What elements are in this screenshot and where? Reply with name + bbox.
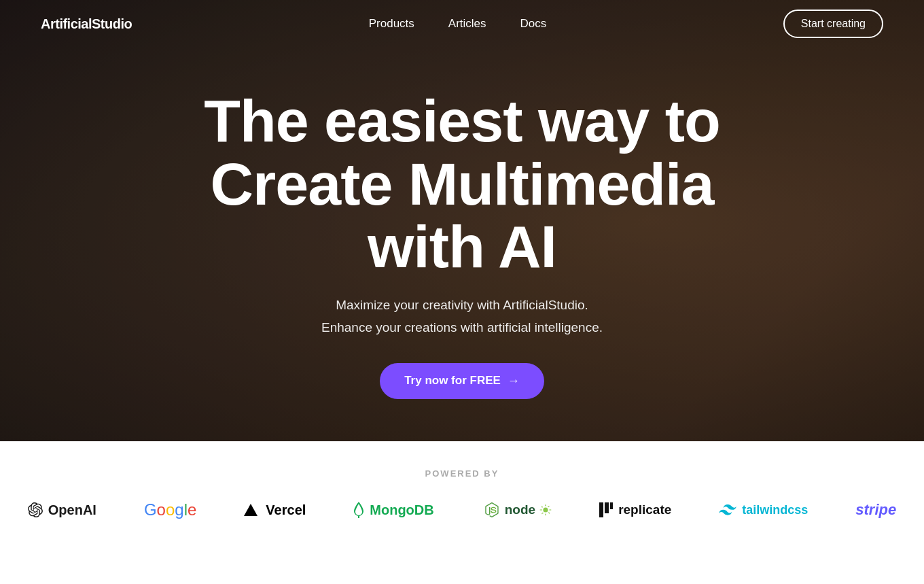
powered-by-section: POWERED BY OpenAI Google Vercel MongoDB (0, 441, 924, 560)
logo-tailwindcss: tailwindcss (719, 503, 808, 517)
nav-link-articles[interactable]: Articles (448, 17, 486, 31)
powered-by-label: POWERED BY (425, 468, 499, 479)
hero-subtitle-line1: Maximize your creativity with Artificial… (336, 298, 588, 312)
logo-stripe: stripe (855, 501, 896, 519)
hero-title: The easiest way to Create Multimedia wit… (204, 90, 720, 278)
bottom-area (0, 560, 924, 584)
replicate-label: replicate (618, 502, 671, 517)
nav-link-products[interactable]: Products (369, 17, 414, 31)
stripe-label: stripe (855, 501, 896, 519)
replicate-icon (599, 502, 613, 517)
svg-rect-2 (605, 502, 609, 513)
hero-section: The easiest way to Create Multimedia wit… (0, 0, 924, 441)
nodejs-label: node (505, 502, 535, 517)
mongodb-label: MongoDB (370, 502, 433, 518)
nodejs-gear-icon (539, 504, 552, 516)
hero-title-line2: Create Multimedia (211, 150, 714, 218)
start-creating-button[interactable]: Start creating (783, 10, 883, 38)
google-label: Google (144, 500, 196, 519)
navbar: ArtificialStudio Products Articles Docs … (0, 0, 924, 48)
hero-cta-arrow-icon: → (508, 374, 520, 388)
openai-label: OpenAI (48, 502, 96, 518)
tailwind-label: tailwindcss (742, 503, 808, 517)
svg-rect-3 (610, 502, 613, 509)
logo-nodejs: node (482, 502, 552, 517)
hero-subtitle: Maximize your creativity with Artificial… (321, 294, 603, 339)
logo-replicate: replicate (599, 502, 671, 517)
hero-cta-button[interactable]: Try now for FREE → (380, 363, 544, 399)
nav-links: Products Articles Docs (369, 17, 547, 31)
hero-title-line3: with AI (368, 213, 556, 280)
logo-google: Google (144, 500, 196, 519)
svg-point-0 (544, 507, 548, 512)
logos-row: OpenAI Google Vercel MongoDB node (41, 500, 883, 519)
hero-cta-label: Try now for FREE (404, 374, 501, 388)
nodejs-icon (482, 502, 502, 517)
site-logo[interactable]: ArtificialStudio (41, 16, 132, 32)
hero-title-line1: The easiest way to (204, 87, 720, 154)
logo-openai: OpenAI (28, 502, 96, 518)
tailwind-icon (719, 504, 736, 516)
logo-mongodb: MongoDB (353, 502, 433, 518)
nav-link-docs[interactable]: Docs (520, 17, 547, 31)
hero-content: The easiest way to Create Multimedia wit… (0, 0, 924, 441)
logo-vercel: Vercel (244, 502, 306, 518)
openai-icon (28, 502, 43, 517)
vercel-label: Vercel (266, 502, 306, 518)
mongodb-icon (353, 502, 364, 518)
hero-subtitle-line2: Enhance your creations with artificial i… (321, 320, 603, 334)
svg-rect-1 (599, 502, 603, 517)
vercel-triangle-icon (244, 504, 257, 516)
